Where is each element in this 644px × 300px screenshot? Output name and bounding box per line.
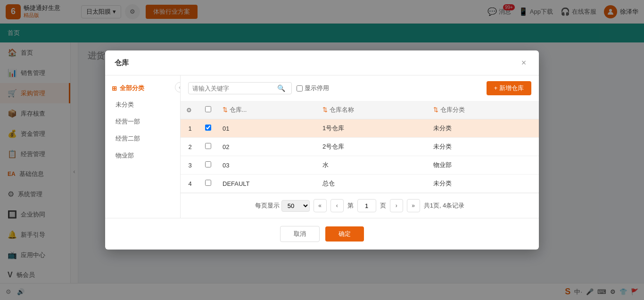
row-category-1: 未分类 [428,119,539,138]
sort-icon-cat: ⇅ [433,106,438,113]
dialog-footer: 取消 确定 [105,218,539,250]
table-row[interactable]: 3 03 水 物业部 [181,156,539,175]
table-row[interactable]: 4 DEFAULT 总仓 未分类 [181,175,539,193]
category-item-2[interactable]: 经营二部 [105,130,180,147]
warehouse-table: ⚙ ⇅ 仓库... ⇅ [181,101,539,193]
row-num-1: 1 [181,119,199,138]
table-row[interactable]: 2 02 2号仓库 未分类 [181,138,539,156]
row-code-2: 02 [217,138,317,156]
dialog-header: 仓库 × [105,50,539,75]
show-disabled-label: 显示停用 [305,84,329,92]
table-head: ⚙ ⇅ 仓库... ⇅ [181,101,539,119]
dialog-close-button[interactable]: × [518,57,529,68]
select-all-checkbox[interactable] [205,106,211,112]
sort-icon-name: ⇅ [322,106,328,113]
row-num-2: 2 [181,138,199,156]
th-code: ⇅ 仓库... [217,101,317,119]
warehouse-dialog: 仓库 × ⊞ 全部分类 未分类 经营一部 经营二部 物业部 « [105,50,539,250]
row-category-2: 未分类 [428,138,539,156]
row-num-4: 4 [181,175,199,193]
show-disabled-checkbox[interactable]: 显示停用 [297,84,329,92]
per-page-label: 每页显示 [255,201,280,210]
add-warehouse-button[interactable]: + 新增仓库 [487,81,531,95]
row-name-3: 水 [317,156,428,175]
table-scroll-area: ⚙ ⇅ 仓库... ⇅ [181,101,539,193]
next-page-button[interactable]: › [390,199,403,212]
th-check [199,101,217,119]
dialog-overlay: 仓库 × ⊞ 全部分类 未分类 经营一部 经营二部 物业部 « [0,0,644,300]
table-body: 1 01 1号仓库 未分类 2 02 2号仓库 [181,119,539,193]
category-all[interactable]: ⊞ 全部分类 [105,80,180,96]
dialog-body: ⊞ 全部分类 未分类 经营一部 经营二部 物业部 « 🔍 [105,75,539,218]
th-gear: ⚙ [181,101,199,119]
pagination-bar: 每页显示 50 100 200 « ‹ 第 页 › » 共1页, 4条记录 [181,193,539,218]
show-disabled-input[interactable] [297,85,303,92]
page-suffix: 页 [380,201,386,210]
per-page-select: 每页显示 50 100 200 [255,200,310,212]
category-sidebar: ⊞ 全部分类 未分类 经营一部 经营二部 物业部 « [105,75,181,218]
first-page-button[interactable]: « [314,199,327,212]
th-category: ⇅ 仓库分类 [428,101,539,119]
last-page-button[interactable]: » [407,199,420,212]
row-check-2[interactable] [199,138,217,156]
row-category-3: 物业部 [428,156,539,175]
prev-page-button[interactable]: ‹ [330,199,344,212]
page-label: 第 [347,201,354,210]
table-toolbar: 🔍 显示停用 + 新增仓库 [181,75,539,101]
total-info: 共1页, 4条记录 [424,201,465,210]
confirm-button[interactable]: 确定 [325,226,364,242]
search-input[interactable] [192,85,277,92]
row-name-1: 1号仓库 [317,119,428,138]
row-check-3[interactable] [199,156,217,175]
row-check-4[interactable] [199,175,217,193]
search-wrap: 🔍 [188,82,292,94]
search-icon[interactable]: 🔍 [277,84,285,92]
row-category-4: 未分类 [428,175,539,193]
row-name-2: 2号仓库 [317,138,428,156]
category-item-3[interactable]: 物业部 [105,147,180,164]
gear-header-icon: ⚙ [186,107,192,114]
table-header-row: ⚙ ⇅ 仓库... ⇅ [181,101,539,119]
sort-icon: ⇅ [223,106,228,113]
category-item-0[interactable]: 未分类 [105,96,180,113]
row-num-3: 3 [181,156,199,175]
row-code-4: DEFAULT [217,175,317,193]
row-name-4: 总仓 [317,175,428,193]
dialog-title: 仓库 [115,58,129,67]
row-code-3: 03 [217,156,317,175]
category-all-label: 全部分类 [120,84,144,92]
grid-icon: ⊞ [112,85,117,92]
page-number-input[interactable] [357,199,376,212]
per-page-dropdown[interactable]: 50 100 200 [281,200,310,212]
th-name: ⇅ 仓库名称 [317,101,428,119]
cancel-button[interactable]: 取消 [280,226,320,242]
row-check-1[interactable] [199,119,217,138]
category-item-1[interactable]: 经营一部 [105,113,180,130]
table-row[interactable]: 1 01 1号仓库 未分类 [181,119,539,138]
row-code-1: 01 [217,119,317,138]
table-area: 🔍 显示停用 + 新增仓库 ⚙ [181,75,539,218]
